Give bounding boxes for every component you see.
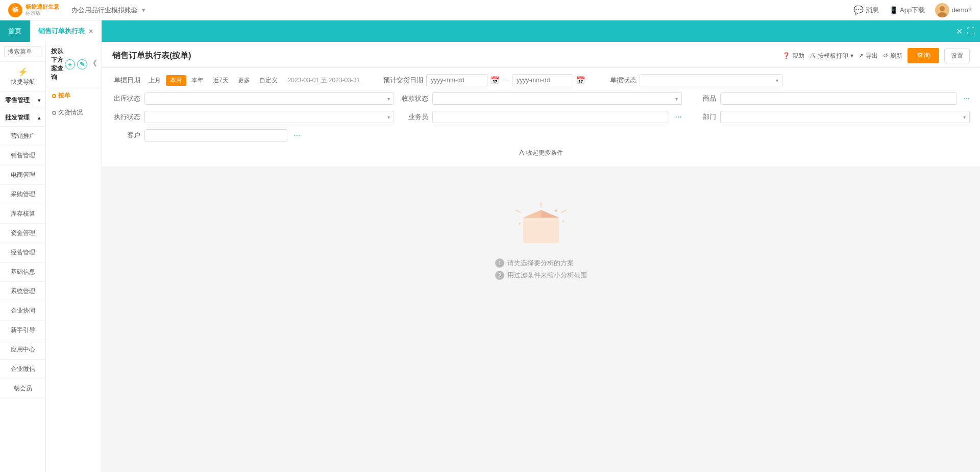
message-icon: 💬 — [853, 5, 864, 15]
department-label: 部门 — [688, 112, 716, 122]
execution-status-label: 执行状态 — [112, 112, 140, 122]
app-download-button[interactable]: 📱 App下载 — [889, 6, 925, 15]
sub-sidebar-actions: + ✎ 《 — [65, 59, 96, 69]
date-tab-this-month[interactable]: 本月 — [166, 75, 186, 86]
app-title-dropdown-icon[interactable]: ▾ — [142, 6, 145, 14]
salesperson-dots-icon[interactable]: ··· — [675, 112, 682, 122]
sidebar-item-retail[interactable]: 零售管理 ▾ — [0, 92, 45, 109]
product-dots-icon[interactable]: ··· — [963, 94, 970, 103]
sidebar-item-purchase[interactable]: 采购管理 — [0, 185, 45, 204]
sidebar-item-marketing[interactable]: 营销推广 — [0, 127, 45, 146]
tab-close-window-icon[interactable]: ✕ — [956, 27, 963, 36]
payment-status-label: 收款状态 — [400, 94, 428, 103]
sidebar-item-enterprise[interactable]: 企业协同 — [0, 301, 45, 321]
customer-dots-icon[interactable]: ··· — [293, 131, 300, 140]
refresh-icon: ↺ — [883, 52, 888, 59]
sub-sidebar: 按以下方案查询 + ✎ 《 按单 欠货情况 — [46, 42, 102, 472]
sidebar-item-newbie[interactable]: 新手引导 — [0, 321, 45, 340]
empty-step-2: 2 用过滤条件来缩小分析范围 — [495, 271, 587, 280]
query-button[interactable]: 查询 — [908, 48, 939, 63]
salesperson-input[interactable] — [432, 111, 669, 123]
print-dropdown-icon: ▾ — [850, 52, 853, 59]
tab-close-icon[interactable]: × — [89, 27, 93, 35]
sub-sidebar-add-button[interactable]: + — [65, 59, 75, 69]
tab-expand-icon[interactable]: ⛶ — [967, 27, 975, 36]
svg-line-10 — [561, 210, 567, 213]
sidebar-item-inventory[interactable]: 库存核算 — [0, 204, 45, 224]
delivery-calendar-from-icon[interactable]: 📅 — [491, 76, 499, 84]
date-tab-custom[interactable]: 自定义 — [255, 75, 282, 86]
date-separator: — — [502, 77, 509, 84]
delivery-status-select[interactable] — [144, 92, 394, 105]
page-actions: ❓ 帮助 🖨 按模板打印 ▾ ↗ 导出 ↺ 刷新 查询 设置 — [782, 48, 970, 63]
help-button[interactable]: ❓ 帮助 — [782, 52, 804, 60]
sub-sidebar-header: 按以下方案查询 + ✎ 《 — [46, 42, 102, 87]
svg-line-11 — [516, 210, 521, 213]
sidebar-item-finance[interactable]: 资金管理 — [0, 224, 45, 243]
customer-input[interactable] — [144, 129, 287, 141]
execution-status-select[interactable] — [144, 111, 394, 123]
tab-home[interactable]: 首页 — [0, 20, 30, 42]
delivery-date-from-input[interactable] — [426, 74, 487, 86]
sidebar-item-member[interactable]: 畅会员 — [0, 379, 45, 398]
sidebar: ⚡ 快捷导航 零售管理 ▾ 批发管理 ▴ 营销推广 销售管理 电商管理 采购管理… — [0, 42, 46, 472]
empty-state-icon: ✦ ✦ ✦ — [510, 197, 572, 248]
inactive-dot-icon — [52, 111, 56, 115]
empty-state: ✦ ✦ ✦ 1 请先选择要分析的方案 2 用过滤条件来缩小分析范围 — [102, 167, 980, 314]
sidebar-item-wholesale[interactable]: 批发管理 ▴ — [0, 109, 45, 127]
page-title: 销售订单执行表(按单) — [112, 51, 191, 61]
phone-icon: 📱 — [889, 6, 898, 14]
collapse-more-button[interactable]: ⋀ 收起更多条件 — [112, 146, 970, 160]
sub-sidebar-item-欠货情况[interactable]: 欠货情况 — [46, 104, 102, 121]
delivery-date-to-input[interactable] — [512, 74, 573, 86]
sidebar-item-ecommerce[interactable]: 电商管理 — [0, 166, 45, 185]
product-input[interactable] — [720, 92, 957, 105]
date-tab-last-7[interactable]: 近7天 — [209, 75, 233, 86]
date-filter-label: 单据日期 — [112, 76, 140, 85]
top-bar-left: 畅 畅捷通好生意 标准版 办公用品行业模拟账套 ▾ — [8, 3, 145, 17]
refresh-button[interactable]: ↺ 刷新 — [883, 52, 902, 60]
logo-area: 畅 畅捷通好生意 标准版 — [8, 3, 59, 17]
date-tab-more[interactable]: 更多 — [234, 75, 254, 86]
settings-button[interactable]: 设置 — [944, 49, 970, 63]
sub-sidebar-collapse-button[interactable]: 《 — [89, 59, 96, 69]
user-profile[interactable]: demo2 — [935, 3, 972, 17]
date-tabs: 上月 本月 本年 近7天 更多 自定义 — [144, 75, 282, 86]
main-layout: ⚡ 快捷导航 零售管理 ▾ 批发管理 ▴ 营销推广 销售管理 电商管理 采购管理… — [0, 42, 980, 472]
tab-bar-actions: ✕ ⛶ — [951, 20, 980, 42]
retail-arrow-icon: ▾ — [38, 98, 40, 103]
sidebar-item-basic[interactable]: 基础信息 — [0, 263, 45, 282]
top-bar: 畅 畅捷通好生意 标准版 办公用品行业模拟账套 ▾ 💬 消息 📱 App下载 d… — [0, 0, 980, 20]
payment-status-select[interactable] — [432, 92, 682, 105]
sidebar-item-system[interactable]: 系统管理 — [0, 282, 45, 301]
sidebar-item-quick-nav[interactable]: ⚡ 快捷导航 — [0, 62, 45, 92]
print-button[interactable]: 🖨 按模板打印 ▾ — [810, 52, 853, 60]
department-select[interactable] — [720, 111, 970, 123]
tab-sales-order[interactable]: 销售订单执行表 × — [30, 20, 102, 42]
empty-step-1: 1 请先选择要分析的方案 — [495, 258, 587, 268]
sidebar-item-operation[interactable]: 经营管理 — [0, 243, 45, 263]
product-label: 商品 — [688, 94, 716, 103]
filter-section: 单据日期 上月 本月 本年 近7天 更多 自定义 2023-03-01 至 20… — [102, 68, 980, 167]
sub-sidebar-item-按单[interactable]: 按单 — [46, 87, 102, 104]
sidebar-item-apps[interactable]: 应用中心 — [0, 340, 45, 360]
status-label: 单据状态 — [608, 76, 636, 85]
sub-sidebar-edit-button[interactable]: ✎ — [77, 59, 87, 69]
export-button[interactable]: ↗ 导出 — [859, 52, 878, 60]
tab-bar: 首页 销售订单执行表 × ✕ ⛶ — [0, 20, 980, 42]
sidebar-item-sales[interactable]: 销售管理 — [0, 146, 45, 166]
svg-rect-3 — [523, 218, 559, 243]
sidebar-item-wechat[interactable]: 企业微信 — [0, 360, 45, 379]
active-dot-icon — [52, 94, 56, 98]
help-icon: ❓ — [782, 52, 790, 59]
status-select[interactable] — [640, 74, 782, 86]
search-input[interactable] — [4, 46, 41, 57]
message-button[interactable]: 💬 消息 — [853, 5, 879, 15]
svg-text:✦: ✦ — [518, 222, 522, 226]
date-tab-last-month[interactable]: 上月 — [144, 75, 165, 86]
delivery-calendar-to-icon[interactable]: 📅 — [576, 76, 585, 84]
svg-marker-4 — [523, 210, 541, 218]
date-tab-this-year[interactable]: 本年 — [187, 75, 208, 86]
svg-text:✦: ✦ — [554, 208, 558, 214]
date-range-text: 2023-03-01 至 2023-03-31 — [288, 76, 360, 85]
